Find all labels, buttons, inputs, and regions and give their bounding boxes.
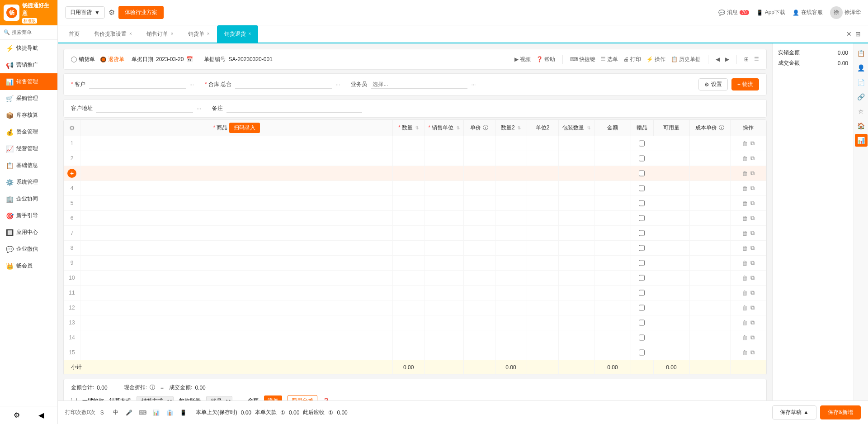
available-cell[interactable] xyxy=(653,241,689,256)
amount-cell[interactable] xyxy=(594,151,631,166)
price-cell[interactable] xyxy=(463,136,495,151)
sales-unit-cell[interactable] xyxy=(425,226,463,241)
amount-cell[interactable] xyxy=(594,286,631,300)
product-cell[interactable] xyxy=(80,256,393,271)
pkg-cell[interactable] xyxy=(558,271,594,286)
price-cell[interactable] xyxy=(463,196,495,211)
rp-icon-1[interactable]: 📋 xyxy=(855,47,868,60)
pkg-cell[interactable] xyxy=(558,151,594,166)
amount-cell[interactable] xyxy=(594,211,631,226)
gift-cell[interactable] xyxy=(631,300,654,315)
gift-checkbox[interactable] xyxy=(639,303,645,313)
qty-cell[interactable] xyxy=(393,136,425,151)
settings-icon-topbar[interactable]: ⚙ xyxy=(108,8,115,17)
sidebar-item-operations[interactable]: 📈 经营管理 xyxy=(0,140,57,157)
unit2-cell[interactable] xyxy=(527,241,558,256)
sales-unit-cell[interactable] xyxy=(425,330,463,345)
delete-row-btn[interactable]: 🗑 xyxy=(742,334,748,341)
su-sort[interactable]: ⇅ xyxy=(456,125,460,130)
pkg-cell[interactable] xyxy=(558,196,594,211)
unit2-cell[interactable] xyxy=(527,345,558,360)
gift-checkbox[interactable] xyxy=(639,348,645,357)
industry-dropdown[interactable]: 日用百货 ▼ xyxy=(65,6,105,19)
tab-sales-delivery-close[interactable]: × xyxy=(207,32,210,36)
qty2-cell[interactable] xyxy=(495,196,527,211)
amount-cell[interactable] xyxy=(594,166,631,181)
warehouse-input[interactable] xyxy=(235,80,332,89)
copy-row-btn[interactable]: ⧉ xyxy=(750,319,755,326)
sidebar-item-newbie[interactable]: 🎯 新手引导 xyxy=(0,207,57,224)
unit2-cell[interactable] xyxy=(527,330,558,345)
gift-checkbox[interactable] xyxy=(639,138,645,148)
delete-row-btn[interactable]: 🗑 xyxy=(742,215,748,222)
pkg-cell[interactable] xyxy=(558,241,594,256)
price-info-icon[interactable]: ⓘ xyxy=(483,124,488,131)
logistics-btn[interactable]: + 物流 xyxy=(731,78,759,91)
sidebar-item-sales[interactable]: 📊 销售管理 xyxy=(0,73,57,90)
amount-cell[interactable] xyxy=(594,226,631,241)
qty2-cell[interactable] xyxy=(495,300,527,315)
cost-cell[interactable] xyxy=(689,256,730,271)
pkg-cell[interactable] xyxy=(558,345,594,360)
scan-btn[interactable]: 扫码录入 xyxy=(229,123,260,133)
delete-row-btn[interactable]: 🗑 xyxy=(742,260,748,267)
print-btn[interactable]: 🖨 打印 xyxy=(623,56,641,63)
price-cell[interactable] xyxy=(463,211,495,226)
price-cell[interactable] xyxy=(463,241,495,256)
price-cell[interactable] xyxy=(463,271,495,286)
gift-checkbox[interactable] xyxy=(639,183,645,193)
tab-sales-order-close[interactable]: × xyxy=(171,32,174,36)
qty-cell[interactable] xyxy=(393,241,425,256)
expand-tab-btn[interactable]: ⊞ xyxy=(855,30,861,38)
toolbar-icon-3[interactable]: 🎤 xyxy=(124,408,134,418)
address-input[interactable] xyxy=(96,104,193,113)
pkg-cell[interactable] xyxy=(558,315,594,330)
rp-icon-3[interactable]: 📄 xyxy=(855,76,868,89)
product-cell[interactable] xyxy=(80,226,393,241)
available-cell[interactable] xyxy=(653,286,689,300)
rp-icon-active[interactable]: 📊 xyxy=(855,134,868,147)
gift-checkbox[interactable] xyxy=(639,258,645,268)
remark-input[interactable] xyxy=(226,104,362,113)
sales-unit-cell[interactable] xyxy=(425,196,463,211)
copy-row-btn[interactable]: ⧉ xyxy=(750,229,755,237)
copy-row-btn[interactable]: ⧉ xyxy=(750,155,755,162)
gift-cell[interactable] xyxy=(631,286,654,300)
amount-cell[interactable] xyxy=(594,196,631,211)
delete-row-btn[interactable]: 🗑 xyxy=(742,155,748,162)
cost-cell[interactable] xyxy=(689,211,730,226)
available-cell[interactable] xyxy=(653,136,689,151)
copy-row-btn[interactable]: ⧉ xyxy=(750,140,755,147)
save-draft-btn[interactable]: 保存草稿 ▲ xyxy=(772,405,816,419)
qty-cell[interactable] xyxy=(393,166,425,181)
radio-return[interactable]: 退货单 xyxy=(100,56,124,63)
qty-cell[interactable] xyxy=(393,315,425,330)
tab-price-setting[interactable]: 售价提取设置 × xyxy=(87,25,139,43)
product-cell[interactable] xyxy=(80,241,393,256)
available-cell[interactable] xyxy=(653,211,689,226)
sidebar-item-enterprise[interactable]: 🏢 企业协同 xyxy=(0,191,57,207)
qty-cell[interactable] xyxy=(393,300,425,315)
product-cell[interactable] xyxy=(80,315,393,330)
sales-unit-cell[interactable] xyxy=(425,241,463,256)
sidebar-item-marketing[interactable]: 📢 营销推广 xyxy=(0,57,57,73)
help-btn[interactable]: ❓ 帮助 xyxy=(536,56,555,63)
sidebar-item-vip[interactable]: 👑 畅会员 xyxy=(0,257,57,274)
toolbar-icon-4[interactable]: ⌨ xyxy=(138,408,148,418)
pkg-cell[interactable] xyxy=(558,256,594,271)
available-cell[interactable] xyxy=(653,300,689,315)
unit2-cell[interactable] xyxy=(527,286,558,300)
qty2-sort[interactable]: ⇅ xyxy=(517,125,521,130)
amount-cell[interactable] xyxy=(594,256,631,271)
sidebar-item-inventory[interactable]: 📦 库存核算 xyxy=(0,107,57,124)
price-cell[interactable] xyxy=(463,151,495,166)
add-row-btn-cell[interactable]: + xyxy=(64,166,80,181)
sidebar-item-system[interactable]: ⚙️ 系统管理 xyxy=(0,174,57,191)
sidebar-item-finance[interactable]: 💰 资金管理 xyxy=(0,124,57,140)
qty-cell[interactable] xyxy=(393,271,425,286)
history-btn[interactable]: 📋 历史单据 xyxy=(671,56,701,63)
tab-sales-return-close[interactable]: × xyxy=(249,32,251,36)
gift-checkbox[interactable] xyxy=(639,273,645,283)
sales-unit-cell[interactable] xyxy=(425,151,463,166)
toolbar-icon-2[interactable]: 中 xyxy=(111,408,121,418)
